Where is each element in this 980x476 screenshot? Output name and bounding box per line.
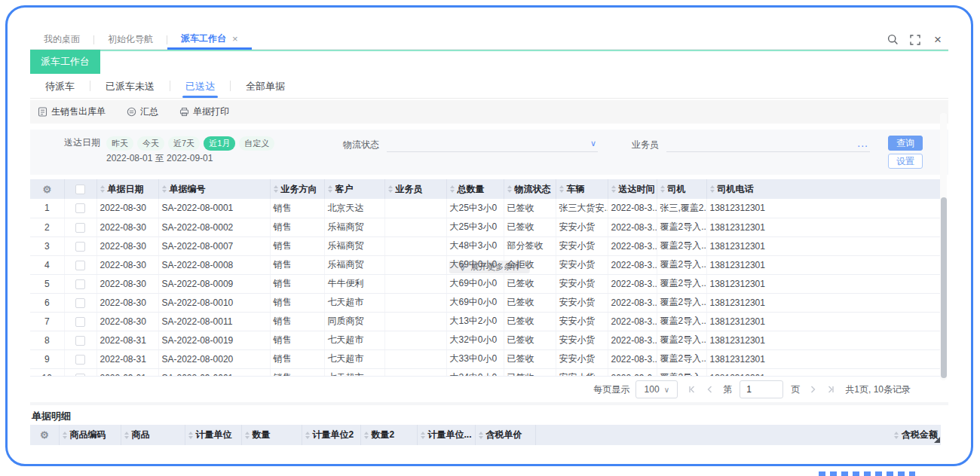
cell: 覆盖2导入...	[657, 293, 706, 312]
vertical-scrollbar[interactable]	[940, 113, 947, 380]
subtab-dispatched-undelivered[interactable]: 已派车未送	[90, 75, 170, 98]
header-gear-cell: ⚙	[30, 179, 64, 199]
table-row[interactable]: 102022-09-01SA-2022-09-0001销售七天超市大24中0小0…	[30, 368, 941, 377]
table-row[interactable]: 22022-08-30SA-2022-08-0002销售乐福商贸大25中3小0已…	[30, 218, 941, 236]
cell: 2022-08-30	[96, 255, 158, 274]
cell: 13812312301	[706, 293, 941, 312]
column-header[interactable]: 单据编号	[158, 179, 270, 199]
row-checkbox[interactable]	[75, 203, 85, 213]
pill-custom[interactable]: 自定义	[239, 136, 274, 151]
table-row[interactable]: 82022-08-31SA-2022-08-0019销售七天超市大32中0小0已…	[30, 331, 941, 349]
page-number-input[interactable]	[740, 380, 783, 398]
row-index: 2	[30, 218, 64, 236]
row-checkbox[interactable]	[75, 355, 85, 365]
tab-init-navigation[interactable]: 初始化导航	[94, 30, 167, 49]
table-row[interactable]: 52022-08-30SA-2022-08-0009销售牛牛便利大69中0小0已…	[30, 274, 941, 293]
select-all-checkbox[interactable]	[75, 185, 85, 194]
filter-label: 物流状态	[343, 139, 379, 152]
first-page-icon[interactable]	[687, 384, 697, 395]
search-icon[interactable]	[887, 34, 899, 46]
pill-last-month[interactable]: 近1月	[204, 136, 235, 151]
row-checkbox[interactable]	[75, 374, 85, 377]
sort-icon	[188, 432, 193, 439]
column-header[interactable]: 商品	[121, 425, 185, 445]
fullscreen-icon[interactable]	[909, 34, 921, 46]
scrollbar-thumb[interactable]	[941, 197, 947, 378]
column-label: 业务方向	[281, 184, 317, 194]
header-checkbox-cell	[64, 179, 96, 199]
per-page-select[interactable]: 100 ∨	[635, 380, 678, 398]
cell: 销售	[270, 368, 324, 377]
more-ellipsis-icon[interactable]: ...	[857, 137, 868, 149]
table-settings-icon[interactable]: ⚙	[42, 184, 51, 195]
query-button[interactable]: 查询	[888, 136, 923, 151]
pill-last7days[interactable]: 近7天	[168, 136, 200, 151]
pill-yesterday[interactable]: 昨天	[106, 136, 133, 151]
cell	[384, 236, 446, 255]
cell: 13812312301	[706, 368, 941, 377]
subtab-delivered[interactable]: 已送达	[170, 75, 230, 98]
sort-icon	[124, 432, 129, 439]
column-header[interactable]: 客户	[324, 179, 384, 199]
cell	[384, 312, 446, 331]
subtab-to-dispatch[interactable]: 待派车	[30, 75, 90, 98]
next-page-icon[interactable]	[807, 384, 818, 395]
row-checkbox[interactable]	[75, 317, 85, 327]
cell: 销售	[270, 236, 324, 255]
column-header[interactable]: 数量2	[360, 425, 417, 445]
column-header[interactable]: 司机	[657, 179, 706, 199]
create-sales-outbound-button[interactable]: 生销售出库单	[38, 105, 106, 118]
column-header[interactable]: 送达时间	[608, 179, 657, 199]
logistics-status-select[interactable]: ∨	[387, 139, 598, 152]
section-divider	[30, 402, 948, 405]
column-header[interactable]: 计量单位...	[417, 425, 475, 445]
column-header[interactable]: 业务员	[384, 179, 446, 199]
column-header[interactable]: 业务方向	[270, 179, 324, 199]
row-checkbox[interactable]	[75, 279, 85, 289]
column-header[interactable]: 司机电话	[706, 179, 941, 199]
column-header[interactable]: 含税金额	[854, 425, 941, 445]
column-header[interactable]: 车辆	[556, 179, 608, 199]
cell: 七天超市	[324, 368, 384, 377]
column-header[interactable]: 数量	[241, 425, 302, 445]
table-row[interactable]: 62022-08-30SA-2022-08-0010销售七天超市大69中0小0已…	[30, 293, 941, 312]
column-header[interactable]: 物流状态	[504, 179, 556, 199]
cell: 2022-08-3...	[608, 331, 657, 349]
tab-dispatch-workbench[interactable]: 派车工作台 ×	[167, 30, 252, 50]
sort-icon	[274, 185, 278, 193]
row-checkbox[interactable]	[75, 242, 85, 252]
table-row[interactable]: 32022-08-30SA-2022-08-0007销售乐福商贸大48中3小0部…	[30, 236, 941, 255]
column-header[interactable]: 计量单位	[185, 425, 241, 445]
row-checkbox[interactable]	[75, 298, 85, 308]
table-row[interactable]: 42022-08-30SA-2022-08-0008销售乐福商贸大69中0小0全…	[30, 255, 941, 274]
table-row[interactable]: 92022-08-31SA-2022-08-0020销售七天超市大33中0小0已…	[30, 349, 941, 368]
subtab-all-documents[interactable]: 全部单据	[231, 75, 300, 98]
prev-page-icon[interactable]	[705, 384, 715, 395]
table-row[interactable]: 72022-08-30SA-2022-08-0011销售同质商贸大13中2小0已…	[30, 312, 941, 331]
row-checkbox[interactable]	[75, 223, 85, 233]
column-header[interactable]: 商品编码	[59, 425, 121, 445]
cell: 销售	[270, 331, 324, 349]
pill-today[interactable]: 今天	[137, 136, 164, 151]
last-page-icon[interactable]	[825, 384, 836, 395]
row-checkbox[interactable]	[75, 336, 85, 346]
column-header[interactable]: 单据日期	[96, 179, 158, 199]
close-icon[interactable]: ×	[932, 34, 944, 46]
row-checkbox-cell	[64, 274, 96, 293]
print-documents-button[interactable]: 单据打印	[179, 105, 229, 118]
table-row[interactable]: 12022-08-30SA-2022-08-0001销售北京天达大25中3小0已…	[30, 199, 941, 218]
row-checkbox[interactable]	[75, 261, 85, 270]
table-settings-icon[interactable]: ⚙	[40, 429, 49, 441]
summary-button[interactable]: 汇总	[127, 105, 158, 118]
tab-close-icon[interactable]: ×	[232, 33, 238, 44]
column-label: 业务员	[396, 184, 423, 194]
window-tabs: 我的桌面 初始化导航 派车工作台 ×	[30, 30, 252, 49]
column-header[interactable]: 总数量	[446, 179, 504, 199]
toolbar: 生销售出库单 汇总 单据打印	[30, 100, 948, 124]
salesman-input[interactable]: ...	[666, 139, 870, 152]
sort-icon	[450, 185, 455, 193]
column-header[interactable]: 计量单位2	[302, 425, 360, 445]
column-header[interactable]: 含税单价	[475, 425, 535, 445]
tab-my-desktop[interactable]: 我的桌面	[30, 30, 93, 49]
settings-button[interactable]: 设置	[888, 154, 923, 169]
